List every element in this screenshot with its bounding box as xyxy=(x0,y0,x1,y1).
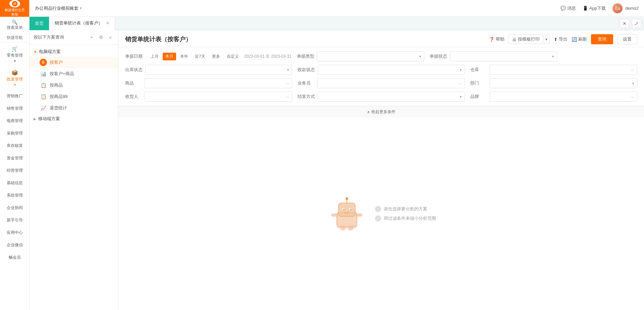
tree-child-by-customer-goods-label: 按客户+商品 xyxy=(50,71,74,77)
filter-receiver-control[interactable]: ··· xyxy=(145,92,292,102)
appcenter-label: 应用中心 xyxy=(7,230,23,236)
type-dropdown-arrow: ▾ xyxy=(419,54,421,59)
filter-department-control[interactable]: ▾ xyxy=(490,78,637,88)
help-action[interactable]: ❓ 帮助 xyxy=(489,36,504,42)
tip-num-2: 2 xyxy=(375,215,381,221)
sidebar-item-operation[interactable]: 经营管理 xyxy=(0,164,29,177)
filter-brand-control[interactable]: ··· xyxy=(490,92,637,102)
sidebar-item-marketing[interactable]: 营销推广 xyxy=(0,90,29,102)
retail-label: 零售管理 xyxy=(7,53,23,58)
lp-add-btn[interactable]: + xyxy=(88,34,95,41)
sidebar-item-wechat[interactable]: 企业微信 xyxy=(0,239,29,251)
empty-illustration xyxy=(327,194,367,234)
sidebar-item-ecommerce[interactable]: 电商管理 xyxy=(0,115,29,127)
tab-home[interactable]: 首页 xyxy=(30,17,49,30)
tree-child-return-stat[interactable]: 📈 退货统计 xyxy=(30,102,118,114)
sidebar-item-purchase[interactable]: 采购管理 xyxy=(0,127,29,140)
tab-close-btn[interactable]: ✕ xyxy=(106,21,109,25)
tree-child-by-customer-goods[interactable]: 📊 按客户+商品 xyxy=(30,68,118,80)
sidebar-item-appcenter[interactable]: 应用中心 xyxy=(0,226,29,239)
filter-goods-control[interactable]: ··· xyxy=(145,78,292,88)
tab-maximize-btn[interactable]: ⤢ xyxy=(632,19,641,28)
filter-payment-method-item: 结算方式 ▾ xyxy=(298,92,465,102)
purchase-label: 采购管理 xyxy=(7,131,23,136)
sidebar-item-cooperation[interactable]: 企业协同 xyxy=(0,202,29,214)
filter-department-label: 部门 xyxy=(470,80,487,86)
brand-dots-btn[interactable]: ··· xyxy=(631,94,634,99)
sidebar-item-inventory[interactable]: 库存核算 xyxy=(0,140,29,152)
tree-child-by-goods-99[interactable]: 📋 按商品99 xyxy=(30,91,118,102)
sidebar-item-basic[interactable]: 基础信息 xyxy=(0,177,29,189)
app-logo[interactable]: 畅捷通好生意 标版 xyxy=(0,0,29,17)
sidebar-quicknav[interactable]: 快捷导航 xyxy=(0,34,29,42)
query-button[interactable]: 查询 xyxy=(591,34,613,44)
filter-receiver-item: 收货人 ··· xyxy=(125,92,292,102)
breadcrumb-dropdown[interactable]: 办公用品行业模拟账套 ▾ xyxy=(35,5,82,11)
lp-settings-btn[interactable]: ⚙ xyxy=(97,34,105,41)
export-action[interactable]: ⬆ 导出 xyxy=(554,36,568,42)
app-download-action[interactable]: 📱 App下载 xyxy=(583,5,606,11)
svg-rect-3 xyxy=(338,203,355,216)
empty-state: 1 请先选择要分析的方案 2 用过滤条件来缩小分析范围 xyxy=(118,117,644,310)
tree-parent-mobile[interactable]: ▶ 移动端方案 xyxy=(30,114,118,124)
sidebar-item-sales[interactable]: 销售管理 xyxy=(0,102,29,115)
date-tab-last-7-days[interactable]: 近7天 xyxy=(192,53,208,60)
filter-salesperson-control[interactable]: ··· xyxy=(317,78,465,88)
lp-collapse-icon: « xyxy=(109,35,112,40)
tree-arrow-mobile: ▶ xyxy=(34,117,36,121)
lp-collapse-btn[interactable]: « xyxy=(107,34,114,41)
right-content: 销货单统计表（按客户） ❓ 帮助 🖨 按模板打印 ▾ ⬆ xyxy=(118,30,644,310)
filter-pay-status-control[interactable]: ▾ xyxy=(318,65,465,75)
salesperson-dots-btn[interactable]: ··· xyxy=(458,81,462,86)
svg-rect-11 xyxy=(331,214,337,216)
marketing-label: 营销推广 xyxy=(7,93,23,99)
filter-warehouse-control[interactable]: ··· xyxy=(490,65,637,75)
filter-payment-method-control[interactable]: ▾ xyxy=(318,92,465,102)
warehouse-dots-btn[interactable]: ··· xyxy=(631,67,634,72)
date-tab-this-month[interactable]: 本月 xyxy=(163,53,176,60)
settings-button[interactable]: 设置 xyxy=(617,34,637,44)
template-print-label: 按模板打印 xyxy=(518,36,540,42)
filter-type-control[interactable]: ▾ xyxy=(317,51,424,61)
filter-date-label: 单据日期 xyxy=(125,53,143,59)
sidebar-item-member[interactable]: 畅会员 xyxy=(0,251,29,264)
template-print-arrow[interactable]: ▾ xyxy=(543,36,549,43)
breadcrumb-arrow: ▾ xyxy=(80,6,82,10)
user-avatar: Ea xyxy=(612,3,623,13)
filter-out-status-item: 出库状态 ▾ xyxy=(125,65,292,75)
tree-child-by-customer[interactable]: 客 按客户 xyxy=(30,57,118,68)
sidebar-item-system[interactable]: 系统管理 xyxy=(0,189,29,202)
filter-out-status-control[interactable]: ▾ xyxy=(145,65,292,75)
tree-arrow-desktop: ▼ xyxy=(34,50,37,54)
sidebar-item-finance[interactable]: 资金管理 xyxy=(0,152,29,164)
refresh-icon: 🔄 xyxy=(572,37,577,42)
sidebar-item-retail[interactable]: 🛒 零售管理 ▾ xyxy=(0,42,29,66)
date-tab-last-month[interactable]: 上月 xyxy=(148,53,161,60)
date-tab-this-year[interactable]: 本年 xyxy=(177,53,191,60)
collapse-btn-row[interactable]: ∧ 收起更多条件 xyxy=(118,106,644,117)
sidebar-item-guide[interactable]: 新手引导 xyxy=(0,214,29,226)
guide-label: 新手引导 xyxy=(7,217,23,223)
goods-dots-btn[interactable]: ··· xyxy=(285,81,289,86)
tab-close-all-btn[interactable]: ✕ xyxy=(620,19,629,28)
tree-child-by-goods[interactable]: 📋 按商品 xyxy=(30,80,118,91)
quicknav-label: 快捷导航 xyxy=(7,35,23,40)
date-tab-more[interactable]: 更多 xyxy=(209,53,223,60)
tree-child-by-goods-99-label: 按商品99 xyxy=(50,94,67,100)
sidebar-search-label: 搜索菜单 xyxy=(7,25,23,30)
tab-sales-stat[interactable]: 销货单统计表（按客户） ✕ xyxy=(49,17,115,30)
payment-method-dropdown-arrow: ▾ xyxy=(460,95,462,99)
filter-row-2: 出库状态 ▾ 收款状态 ▾ 仓库 ··· xyxy=(125,65,637,75)
sidebar-search[interactable]: 🔍 搜索菜单 xyxy=(0,17,29,34)
message-action[interactable]: 💬 消息 xyxy=(560,5,576,11)
filter-status-control[interactable]: ▾ xyxy=(450,51,557,61)
user-profile[interactable]: Ea demo2 xyxy=(612,3,639,13)
wholesale-label: 批发管理 xyxy=(7,76,23,82)
member-label: 畅会员 xyxy=(9,255,21,260)
refresh-action[interactable]: 🔄 刷新 xyxy=(572,36,587,42)
tree-parent-desktop[interactable]: ▼ 电脑端方案 xyxy=(30,47,118,57)
receiver-dots-btn[interactable]: ··· xyxy=(285,94,289,99)
template-print-btn[interactable]: 🖨 按模板打印 xyxy=(509,35,543,44)
sidebar-item-wholesale[interactable]: 📦 批发管理 ▾ xyxy=(0,66,29,90)
date-tab-custom[interactable]: 自定义 xyxy=(224,53,241,60)
